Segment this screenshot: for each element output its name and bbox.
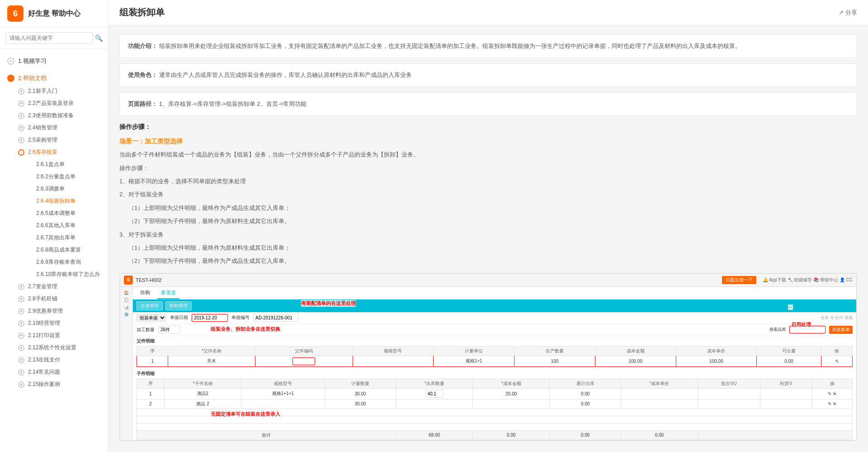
steps-label: 操作步骤： (119, 163, 857, 173)
role-text: 通常由生产人员或库管人员完成拆装业务的操作，库管人员确认原材料的出库和产成品的入… (159, 71, 412, 78)
sidebar-item-install[interactable]: + 2.2产品安装及登录 (0, 97, 108, 109)
sidebar-item-inventory-263[interactable]: 2.6.3调拨单 (13, 183, 108, 195)
mock-add-btn[interactable]: 关联客单 (829, 326, 853, 334)
dot-icon: + (18, 125, 24, 131)
dot-icon: + (18, 333, 24, 339)
mock-logo: 6 (124, 276, 133, 285)
search-box[interactable]: 🔍 (0, 28, 108, 49)
mock-th-qty: 生产数量 (514, 346, 595, 356)
dot-icon: + (18, 381, 24, 388)
search-icon[interactable]: 🔍 (95, 34, 103, 42)
mock-form-right: 仓存 仓 合计 其他 (821, 315, 853, 321)
mock-search-prod: 搜索品用 (769, 327, 786, 333)
annotation-text-1: 有装配清单的在这里处理 (301, 300, 356, 307)
mock-type-select[interactable]: 组装单据 拆卸单据 (137, 314, 166, 322)
mock-topbar-links: 🔔 App下载 🔧 初级辅导 📚 帮助中心 👤 CC (763, 277, 853, 283)
sidebar-item-cases[interactable]: + 2.15操作案例 (0, 378, 108, 390)
dot-icon: + (18, 113, 24, 119)
sidebar-item-inventory-2610[interactable]: 2.6.10库存账本错了怎么办 (13, 268, 108, 281)
dot-icon: + (18, 137, 24, 143)
mock-sub-th-cum-out: 累计出库 (550, 379, 621, 388)
sidebar-item-videos[interactable]: + 1.视频学习 (0, 54, 108, 68)
sidebar-item-sales[interactable]: + 2.4销售管理 (0, 122, 108, 134)
sidebar-item-inventory-266[interactable]: 2.6.6其他入库单 (13, 219, 108, 232)
step1-text: 1、根据不同的业务，选择不同单据的类型来处理 (119, 176, 857, 186)
dot-icon: + (18, 88, 24, 95)
table-row (137, 423, 853, 430)
sidebar-item-inventory-269[interactable]: 2.6.9库存账本查询 (13, 256, 108, 268)
sidebar: 6 好生意 帮助中心 🔍 + 1.视频学习 − 2.帮助文档 + 2.1新手入门 (0, 0, 108, 452)
table-row: 1 关木 规格1+1 100 100.00 100.00 0.00 ✎ (137, 356, 853, 366)
mock-toolbar: 生使管理 拆卸管理 (133, 300, 856, 312)
step2-2-text: （2）下部明细为子件明细，最终作为原材料生成其它出库单。 (119, 216, 857, 226)
bottom-spacer (119, 441, 857, 452)
mock-sub-th-out-qty: *出库数量 (396, 379, 473, 388)
mock-toolbar-btn-manage[interactable]: 生使管理 (137, 301, 163, 310)
sidebar-item-finance[interactable]: + 2.7资金管理 (0, 281, 108, 293)
mock-th-spec: 规格型号 (353, 346, 434, 356)
sidebar-item-data-prep[interactable]: + 2.3使用前数据准备 (0, 109, 108, 122)
search-input[interactable] (5, 32, 93, 44)
sidebar-item-inventory-268[interactable]: 2.6.8商品成本重算 (13, 244, 108, 256)
screenshot-container: 6 TEST-H002 问题反馈一下 🔔 App下载 🔧 初级辅导 📚 帮助中心… (119, 273, 857, 441)
sidebar-item-inventory-262[interactable]: 2.6.2分量盘点单 (13, 171, 108, 183)
mock-ui: 6 TEST-H002 问题反馈一下 🔔 App下载 🔧 初级辅导 📚 帮助中心… (120, 273, 857, 441)
sidebar-item-custom[interactable]: + 2.12系统个性化设置 (0, 342, 108, 354)
mock-th-unit: 计量单位 (434, 346, 514, 356)
mock-code-input[interactable] (292, 357, 315, 365)
mock-th-op: 操 (821, 346, 852, 356)
mock-child-table: 序 *子件名称 规格型号 计量数量 *出库数量 *成本金额 累计出库 *成本单价… (137, 379, 853, 440)
mock-sub-th-calc-qty: 计量数量 (325, 379, 396, 388)
intro-label: 功能介绍： (128, 43, 157, 49)
mock-no-input[interactable] (253, 314, 298, 322)
minus-icon-2: − (7, 75, 14, 82)
mock-out-qty-input-1[interactable] (425, 390, 443, 398)
sidebar-item-faq[interactable]: + 2.14常见问题 (0, 366, 108, 378)
sidebar-item-inventory-261[interactable]: 2.6.1盘点单 (13, 158, 108, 171)
scene1-title: 场景一：加工类型选择 (119, 138, 857, 146)
mock-sub-th-code: 规格型号 (241, 379, 325, 388)
sidebar-item-newcomer[interactable]: + 2.1新手入门 (0, 85, 108, 97)
mock-icon-1: 🏠 (124, 290, 129, 295)
sidebar-item-coupon[interactable]: + 2.9优惠券管理 (0, 305, 108, 317)
sidebar-item-print[interactable]: + 2.11打印设置 (0, 329, 108, 342)
sidebar-item-ops[interactable]: + 2.10经营管理 (0, 317, 108, 329)
mock-td-avail: 0.00 (757, 356, 821, 366)
sidebar-nav: + 1.视频学习 − 2.帮助文档 + 2.1新手入门 + 2.2产品安装及登录 (0, 49, 108, 452)
sidebar-item-purchase[interactable]: + 2.5采购管理 (0, 134, 108, 146)
mock-tab-self[interactable]: 自购 (137, 287, 154, 299)
mock-toolbar-btn-disassemble[interactable]: 拆卸管理 (165, 301, 192, 310)
nav-section-1: + 1.视频学习 (0, 52, 108, 70)
sidebar-item-docs[interactable]: − 2.帮助文档 (0, 71, 108, 85)
mock-qty-input[interactable] (158, 326, 181, 333)
step3-text: 3、对于拆装业务 (119, 229, 857, 240)
mock-feedback-btn[interactable]: 问题反馈一下 (722, 276, 756, 284)
path-block: 页面路径： 1、库存核算->库存管理->组装拆卸单 2、首页->常用功能 (119, 92, 857, 116)
step3-1-text: （1）上部明细为父件明细，最终作为原材料生成其它出库单； (119, 243, 857, 253)
sidebar-header: 6 好生意 帮助中心 (0, 0, 108, 28)
dot-icon: + (18, 308, 24, 314)
sidebar-item-inventory-264[interactable]: 2.6.4组装拆卸单 (13, 195, 108, 207)
app-logo-title: 好生意 帮助中心 (28, 9, 80, 19)
mock-icon-4: ⚙️ (124, 312, 129, 317)
mock-parent-table: 序 *父件名称 父件编码 规格型号 计量单位 生产数量 成本金额 成本单价 可出… (137, 346, 853, 367)
sidebar-item-inventory-265[interactable]: 2.6.5成本调整单 (13, 207, 108, 219)
mock-td-ops: ✎ (821, 356, 852, 366)
intro-text: 组装拆卸单用来处理企业组装或拆卸等加工业务，支持有固定装配清单的产品加工业务，也… (159, 43, 741, 49)
mock-form-label-date: 单据日期 (170, 314, 188, 321)
dot-icon: − (18, 149, 24, 156)
sidebar-item-inventory[interactable]: − 2.6库存核算 (0, 146, 108, 158)
sidebar-item-label-docs: 2.帮助文档 (18, 74, 47, 82)
mock-date-input[interactable] (192, 314, 228, 322)
sidebar-item-payment[interactable]: + 2.13在线支付 (0, 354, 108, 366)
sidebar-item-mobile[interactable]: + 2.8手机旺铺 (0, 293, 108, 305)
mock-table-footer: 合计 68.00 0.00 0.00 0.00 (137, 430, 853, 440)
mock-sub-th-arrival: 到货V (760, 379, 812, 388)
mock-nav: 自购 多渠道 (133, 287, 856, 300)
role-block: 使用角色： 通常由生产人员或库管人员完成拆装业务的操作，库管人员确认原材料的出库… (119, 63, 857, 87)
mock-tab-multi[interactable]: 多渠道 (157, 287, 179, 299)
share-button[interactable]: ↗ 分享 (839, 9, 857, 17)
sidebar-item-label: 1.视频学习 (18, 57, 47, 65)
mock-th-cost: 成本金额 (595, 346, 676, 356)
sidebar-item-inventory-267[interactable]: 2.6.7其他出库单 (13, 232, 108, 244)
